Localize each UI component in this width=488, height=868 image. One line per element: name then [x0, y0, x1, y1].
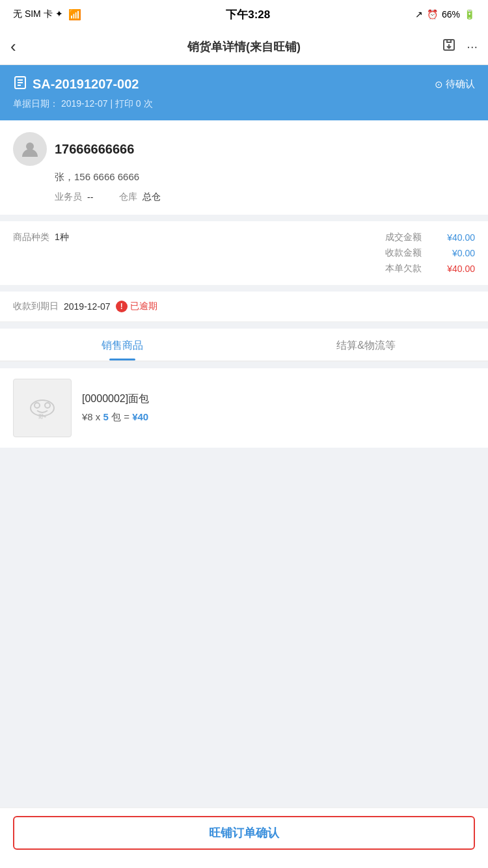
- stats-left: 商品种类 1种: [13, 232, 385, 243]
- type-label: 商品种类: [13, 232, 49, 243]
- received-row: 收款金额 ¥0.00: [385, 247, 475, 259]
- due-section: 收款到期日 2019-12-07 ! 已逾期: [0, 292, 488, 322]
- type-value: 1种: [55, 232, 69, 243]
- owed-row: 本单欠款 ¥40.00: [385, 263, 475, 275]
- product-logo: 野+: [23, 394, 62, 423]
- order-meta: 单据日期： 2019-12-07 | 打印 0 次: [13, 98, 475, 110]
- product-unit: 包: [111, 411, 121, 422]
- customer-fields: 业务员 -- 仓库 总仓: [13, 191, 475, 203]
- wifi-icon: 📶: [68, 8, 81, 21]
- price-separator: x: [96, 411, 103, 422]
- order-header-top: SA-20191207-002 ⊙ 待确认: [13, 75, 475, 93]
- tab-settlement-label: 结算&物流等: [336, 340, 396, 351]
- tab-sales-products[interactable]: 销售商品: [0, 329, 244, 360]
- amount-row: 成交金额 ¥40.00: [385, 232, 475, 243]
- status-text: 待确认: [446, 78, 475, 90]
- price-value: ¥8: [82, 411, 93, 422]
- product-section: 野+ [0000002]面包 ¥8 x 5 包 = ¥40: [0, 368, 488, 448]
- print-unit: 次: [144, 98, 153, 109]
- print-info: | 打印: [110, 98, 135, 109]
- status-left: 无 SIM 卡 ✦ 📶: [13, 8, 81, 21]
- page-title: 销货单详情(来自旺铺): [187, 39, 301, 55]
- amount-label: 成交金额: [385, 232, 422, 243]
- stats-right: 成交金额 ¥40.00 收款金额 ¥0.00 本单欠款 ¥40.00: [385, 232, 475, 275]
- customer-avatar: [13, 132, 47, 166]
- owed-label: 本单欠款: [385, 263, 422, 275]
- empty-area: [0, 448, 488, 578]
- print-count: 0: [136, 98, 141, 109]
- back-button[interactable]: ‹: [5, 31, 21, 62]
- nav-bar: ‹ 销货单详情(来自旺铺) ···: [0, 29, 488, 65]
- amount-value: ¥40.00: [429, 232, 475, 243]
- order-status: ⊙ 待确认: [435, 78, 475, 90]
- product-total: ¥40: [132, 411, 148, 422]
- more-button[interactable]: ···: [467, 39, 478, 54]
- confirm-order-button[interactable]: 旺铺订单确认: [13, 816, 475, 850]
- warehouse-label: 仓库: [119, 191, 137, 203]
- order-header: SA-20191207-002 ⊙ 待确认 单据日期： 2019-12-07 |…: [0, 65, 488, 120]
- tab-settlement[interactable]: 结算&物流等: [244, 329, 488, 360]
- customer-phone: 17666666666: [55, 142, 134, 157]
- order-icon: [13, 75, 27, 93]
- overdue-text: 已逾期: [130, 301, 157, 312]
- battery-icon: 🔋: [464, 9, 475, 20]
- bottom-bar: 旺铺订单确认: [0, 807, 488, 868]
- export-button[interactable]: [442, 38, 456, 55]
- sales-label: 业务员: [55, 191, 82, 203]
- battery-level: 66%: [442, 9, 460, 20]
- alarm-icon: ⏰: [427, 9, 438, 20]
- svg-text:野+: 野+: [38, 414, 47, 420]
- product-item: 野+ [0000002]面包 ¥8 x 5 包 = ¥40: [13, 379, 475, 437]
- svg-point-4: [34, 403, 40, 408]
- warehouse-value: 总仓: [142, 191, 161, 203]
- sim-label: 无 SIM 卡 ✦: [13, 8, 63, 20]
- product-info: [0000002]面包 ¥8 x 5 包 = ¥40: [82, 392, 475, 424]
- status-clock-icon: ⊙: [435, 79, 443, 90]
- sales-value: --: [87, 192, 93, 202]
- equals-sign: =: [124, 411, 132, 422]
- overdue-badge: ! 已逾期: [116, 301, 157, 312]
- product-thumbnail: 野+: [13, 379, 72, 437]
- svg-point-5: [45, 403, 50, 408]
- customer-name-info: 张，156 6666 6666: [13, 171, 475, 183]
- owed-value: ¥40.00: [429, 264, 475, 274]
- status-bar: 无 SIM 卡 ✦ 📶 下午3:28 ↗ ⏰ 66% 🔋: [0, 0, 488, 29]
- due-label: 收款到期日: [13, 301, 59, 312]
- status-time: 下午3:28: [226, 7, 270, 22]
- received-value: ¥0.00: [429, 248, 475, 258]
- due-date: 2019-12-07: [64, 301, 111, 312]
- order-date: 2019-12-07: [61, 98, 108, 109]
- stats-section: 商品种类 1种 成交金额 ¥40.00 收款金额 ¥0.00 本单欠款 ¥40.…: [0, 221, 488, 285]
- status-right: ↗ ⏰ 66% 🔋: [415, 9, 475, 20]
- location-icon: ↗: [415, 9, 423, 20]
- nav-actions: ···: [442, 38, 478, 55]
- tabs-section: 销售商品 结算&物流等: [0, 329, 488, 362]
- sales-field: 业务员 --: [55, 191, 93, 203]
- product-price: ¥8 x 5 包 = ¥40: [82, 411, 475, 424]
- customer-row: 17666666666: [13, 132, 475, 166]
- overdue-icon: !: [116, 301, 128, 312]
- tab-sales-label: 销售商品: [102, 340, 143, 351]
- received-label: 收款金额: [385, 247, 422, 259]
- order-id-text: SA-20191207-002: [33, 77, 139, 92]
- date-label: 单据日期：: [13, 98, 59, 109]
- customer-section: 17666666666 张，156 6666 6666 业务员 -- 仓库 总仓: [0, 120, 488, 215]
- product-name: [0000002]面包: [82, 392, 475, 406]
- product-qty: 5: [103, 411, 109, 422]
- warehouse-field: 仓库 总仓: [119, 191, 161, 203]
- order-id: SA-20191207-002: [13, 75, 139, 93]
